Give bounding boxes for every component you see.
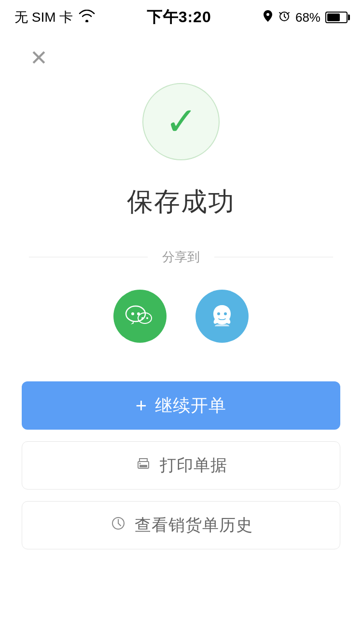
svg-point-2 [131,312,134,315]
divider-right [214,257,333,257]
main-content: ✓ 保存成功 分享到 [0,35,362,549]
checkmark-icon: ✓ [165,102,197,141]
share-divider: 分享到 [0,249,362,266]
history-label: 查看销货单历史 [135,514,253,536]
svg-rect-10 [139,465,147,467]
success-circle: ✓ [142,83,220,160]
share-qq-button[interactable] [195,290,249,343]
svg-point-8 [224,312,227,315]
history-button[interactable]: 查看销货单历史 [22,501,340,549]
close-icon: ✕ [30,47,48,69]
location-icon [263,10,273,26]
qq-icon [208,302,236,330]
close-button[interactable]: ✕ [24,43,53,72]
print-label: 打印单据 [160,454,227,476]
share-wechat-button[interactable] [113,290,167,343]
status-bar: 无 SIM 卡 下午3:20 68% [0,0,362,35]
print-icon [135,455,152,476]
continue-label: 继续开单 [155,394,226,418]
battery-icon [325,12,348,23]
share-label: 分享到 [148,249,214,266]
continue-button[interactable]: + 继续开单 [22,381,340,430]
battery-text: 68% [295,10,320,25]
history-icon [110,515,127,536]
status-left: 无 SIM 卡 [14,8,95,27]
divider-left [29,257,148,257]
status-right: 68% [263,10,348,26]
wifi-icon [79,10,95,26]
plus-icon: + [136,395,147,417]
svg-point-7 [217,312,220,315]
action-buttons: + 继续开单 打印单据 查看销货单历史 [22,381,340,549]
success-title: 保存成功 [127,184,235,220]
share-icons [113,290,249,343]
status-time: 下午3:20 [147,7,211,28]
sim-text: 无 SIM 卡 [14,8,73,27]
svg-point-11 [139,463,141,464]
wechat-icon [124,300,156,332]
svg-point-6 [146,317,148,319]
print-button[interactable]: 打印单据 [22,441,340,490]
svg-point-1 [126,306,145,322]
svg-point-5 [141,317,143,319]
alarm-icon [278,10,291,26]
